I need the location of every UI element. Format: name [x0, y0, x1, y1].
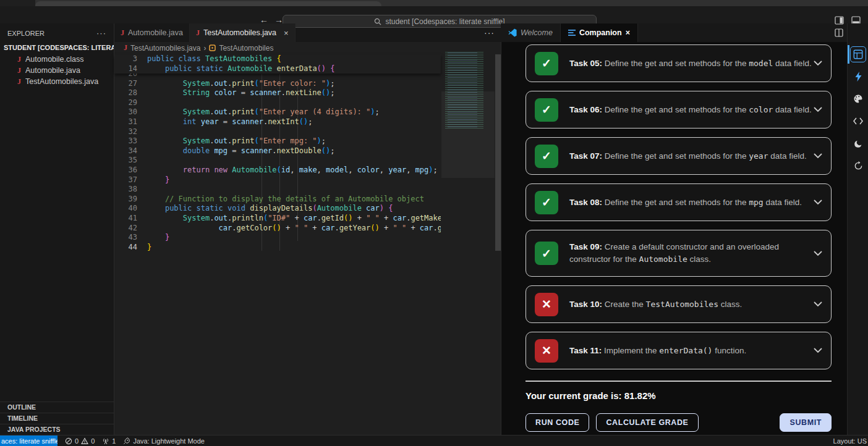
file-item[interactable]: JTestAutomobiles.java	[0, 76, 114, 87]
code-text: }	[147, 243, 151, 253]
task-card[interactable]: ✓Task 09: Create a default constructor a…	[525, 230, 832, 277]
java-mode-indicator[interactable]: Java: Lightweight Mode	[123, 437, 205, 445]
workspace-section-header[interactable]: STUDENT [CODESPACES: LITERATE SNIF...	[0, 41, 114, 54]
calculate-grade-button[interactable]: CALCULATE GRADE	[596, 413, 698, 432]
tab-automobile-java[interactable]: J Automobile.java	[114, 23, 190, 42]
check-icon: ✓	[535, 145, 558, 168]
companion-list-icon	[568, 30, 576, 36]
search-text: student [Codespaces: literate sniffle]	[385, 17, 504, 26]
code-line: 33 System.out.print("Enter mpg: ");	[114, 137, 441, 146]
chevron-down-icon[interactable]	[814, 348, 822, 353]
chevron-down-icon[interactable]	[814, 61, 822, 66]
task-label: Task 07:	[569, 151, 605, 161]
line-number: 40	[114, 204, 137, 214]
breadcrumb[interactable]: J TestAutomobiles.java › TestAutomobiles	[124, 43, 273, 53]
sidebar-section-outline[interactable]: OUTLINE	[0, 402, 114, 413]
code-icon[interactable]	[848, 110, 868, 132]
java-file-icon: J	[121, 28, 124, 38]
breadcrumb-file[interactable]: TestAutomobiles.java	[130, 44, 200, 53]
task-card[interactable]: ✓Task 07: Define the get and set methods…	[525, 137, 832, 175]
code-line: 28 String color = scanner.nextLine();	[114, 88, 441, 98]
toggle-sidebar-icon[interactable]	[835, 16, 844, 25]
code-lines[interactable]: 2627 System.out.print("Enter color: ");2…	[114, 69, 441, 252]
code-line: 37 }	[114, 175, 441, 185]
companion-view-icon[interactable]	[848, 43, 868, 65]
chevron-down-icon[interactable]	[814, 153, 822, 159]
explorer-title: EXPLORER	[7, 30, 45, 37]
submit-button[interactable]: SUBMIT	[780, 413, 832, 432]
sync-icon[interactable]	[848, 154, 868, 177]
code-text: }	[147, 233, 169, 243]
breadcrumb-symbol[interactable]: TestAutomobiles	[219, 44, 273, 53]
lightning-icon[interactable]	[848, 65, 868, 88]
editor-scrollbar[interactable]	[495, 54, 501, 251]
line-number: 29	[114, 98, 137, 108]
code-line: 34 double mpg = scanner.nextDouble();	[114, 146, 441, 156]
task-card[interactable]: ✕Task 10: Create the TestAutomobiles cla…	[525, 285, 832, 323]
task-card[interactable]: ✕Task 11: Implement the enterData() func…	[525, 332, 832, 369]
sidebar-section-timeline[interactable]: TIMELINE	[0, 413, 114, 424]
remote-indicator[interactable]: aces: literate sniffle	[0, 435, 57, 446]
file-name: TestAutomobiles.java	[25, 77, 98, 86]
moon-icon[interactable]	[848, 132, 868, 154]
tab-companion[interactable]: Companion ×	[561, 23, 638, 42]
ports-count: 1	[112, 437, 116, 445]
task-label: Task 10:	[569, 300, 605, 309]
layout-indicator[interactable]: Layout: US	[833, 437, 867, 445]
line-number: 31	[114, 117, 137, 127]
problems-indicator[interactable]: 0 0	[65, 437, 95, 445]
task-text: Task 06: Define the get and set methods …	[569, 104, 814, 116]
close-icon[interactable]: ×	[284, 28, 289, 38]
chevron-down-icon[interactable]	[814, 107, 822, 112]
code-line: 41 System.out.println("ID#" + car.getId(…	[114, 214, 441, 224]
code-text: public static Automobile enterData() {	[147, 64, 335, 74]
panel-tab-bar: Welcome Companion ×	[501, 23, 638, 42]
ports-indicator[interactable]: 1	[102, 437, 116, 445]
rocket-icon	[123, 437, 130, 445]
sidebar-bottom-sections: OUTLINETIMELINEJAVA PROJECTS	[0, 402, 114, 435]
panel-buttons: RUN CODECALCULATE GRADESUBMIT	[525, 413, 832, 432]
tab-welcome[interactable]: Welcome	[501, 23, 561, 42]
code-text: // Function to display the details of an…	[147, 195, 424, 204]
chevron-down-icon[interactable]	[814, 251, 822, 256]
line-number: 32	[114, 127, 137, 137]
chevron-down-icon[interactable]	[814, 200, 822, 205]
close-icon[interactable]: ×	[626, 28, 630, 37]
code-line: 27 System.out.print("Enter color: ");	[114, 79, 441, 89]
line-number: 33	[114, 137, 137, 146]
explorer-more-actions[interactable]: ···	[96, 28, 106, 38]
code-text: double mpg = scanner.nextDouble();	[147, 146, 335, 156]
code-line: 29	[114, 98, 441, 108]
tab-label: Automobile.java	[128, 28, 183, 37]
minimap-slider[interactable]	[441, 91, 495, 178]
code-text: System.out.println("ID#" + car.getId() +…	[147, 214, 441, 224]
code-text: car.getColor() + " " + car.getYear() + "…	[147, 224, 441, 234]
task-label: Task 08:	[569, 198, 605, 207]
file-item[interactable]: JAutomobile.java	[0, 65, 114, 76]
file-name: Automobile.class	[25, 55, 84, 64]
palette-icon[interactable]	[848, 88, 868, 110]
tab-testautomobiles-java[interactable]: J TestAutomobiles.java ×	[190, 23, 296, 42]
split-editor-icon[interactable]	[835, 28, 843, 40]
task-card[interactable]: ✓Task 06: Define the get and set methods…	[525, 91, 832, 128]
java-file-icon: J	[17, 77, 21, 86]
sidebar-section-java-projects[interactable]: JAVA PROJECTS	[0, 424, 114, 435]
check-icon: ✓	[535, 52, 558, 75]
java-file-icon: J	[124, 43, 127, 53]
line-number: 14	[114, 64, 137, 74]
chevron-down-icon[interactable]	[814, 301, 822, 307]
editor-more-actions[interactable]: ···	[484, 28, 495, 38]
code-text: int year = scanner.nextInt();	[147, 117, 312, 127]
run-code-button[interactable]: RUN CODE	[525, 413, 589, 432]
code-line: 44}	[114, 243, 441, 253]
code-line: 14 public static Automobile enterData() …	[114, 64, 441, 74]
file-name: Automobile.java	[25, 66, 80, 75]
tab-label: Welcome	[521, 28, 553, 37]
task-card[interactable]: ✓Task 08: Define the get and set methods…	[525, 183, 832, 221]
line-number: 41	[114, 214, 137, 224]
file-item[interactable]: JAutomobile.class	[0, 54, 114, 65]
task-card[interactable]: ✓Task 05: Define the get and set methods…	[525, 44, 832, 82]
check-icon: ✓	[535, 191, 558, 214]
task-text: Task 07: Define the get and set methods …	[569, 150, 814, 162]
sticky-scroll[interactable]: 3public class TestAutomobiles {14 public…	[114, 54, 441, 74]
